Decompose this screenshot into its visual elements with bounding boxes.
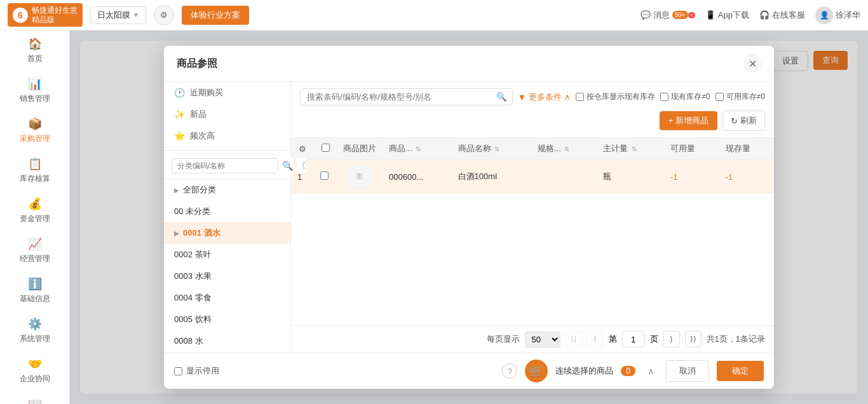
logo[interactable]: 6 畅捷通好生意 精品版 [8, 3, 83, 27]
cancel-button[interactable]: 取消 [666, 360, 709, 382]
basicinfo-icon: ℹ️ [28, 277, 42, 291]
inventory-icon: 📋 [28, 157, 42, 171]
logo-text: 畅捷通好生意 精品版 [32, 6, 78, 24]
sidebar-item-enterprise[interactable]: 🤝 企业协同 [0, 351, 69, 391]
td-checkbox[interactable] [314, 160, 337, 194]
sidebar-item-sales[interactable]: 📊 销售管理 [0, 71, 69, 111]
category-search-input[interactable] [172, 158, 278, 173]
cat-active-arrow-icon: ▶ [174, 230, 179, 237]
modal-close-button[interactable]: ✕ [743, 55, 761, 72]
online-service-btn[interactable]: 🎧 在线客服 [759, 10, 805, 21]
category-list: ▶ 全部分类 00 未分类 ▶ 0001 酒水 0002 茶 [164, 179, 290, 353]
checkbox-nonzero-input[interactable] [660, 93, 668, 101]
select-all-checkbox[interactable] [322, 144, 330, 152]
sidebar-item-purchase[interactable]: 📦 采购管理 [0, 111, 69, 151]
logo-icon: 6 [13, 8, 28, 23]
search-input-wrap: 🔍 [300, 88, 513, 105]
page-number-input[interactable] [622, 331, 645, 347]
product-search-input[interactable] [301, 89, 491, 105]
message-icon: 💬 [641, 10, 651, 20]
sidebar-item-inventory[interactable]: 📋 库存核算 [0, 151, 69, 191]
category-item-all[interactable]: ▶ 全部分类 [164, 179, 290, 201]
app-download-btn[interactable]: 📱 App下载 [705, 10, 749, 21]
row-checkbox[interactable] [320, 172, 329, 180]
page-unit-label: 页 [650, 333, 658, 345]
sidebar-item-system[interactable]: ⚙️ 系统管理 [0, 311, 69, 351]
tenant-selector[interactable]: 日太阳膜 ▼ [90, 6, 146, 24]
experience-btn[interactable]: 体验行业方案 [182, 6, 249, 25]
th-name[interactable]: 商品名称 ⇅ [452, 138, 531, 160]
quick-item-frequent[interactable]: ⭐ 频次高 [164, 125, 290, 147]
chevron-down-icon: ▼ [133, 11, 139, 18]
th-checkbox[interactable] [314, 138, 337, 160]
quick-item-recent[interactable]: 🕐 近期购买 [164, 82, 290, 104]
search-button[interactable]: 🔍 [491, 89, 512, 105]
sidebar-item-basicinfo[interactable]: ℹ️ 基础信息 [0, 271, 69, 311]
settings-icon[interactable]: ⚙ [154, 5, 174, 25]
show-disabled-input[interactable] [174, 367, 182, 375]
quick-item-new[interactable]: ✨ 新品 [164, 104, 290, 125]
quick-list: 🕐 近期购买 ✨ 新品 ⭐ 频次高 [164, 82, 290, 147]
messages-btn[interactable]: 💬 消息 99+ + [641, 10, 695, 21]
prev-page-btn[interactable]: ⟨ [587, 331, 604, 347]
modal-footer: 显示停用 ? 🛒 连续选择的商品 0 ∧ 取消 确定 [164, 353, 774, 389]
modal-title: 商品参照 [177, 57, 217, 71]
last-page-btn[interactable]: ⟩⟩ [685, 331, 702, 347]
category-item-6[interactable]: 0008 水 [164, 330, 290, 352]
sales-icon: 📊 [28, 77, 42, 91]
new-icon: ✨ [174, 109, 185, 119]
th-config[interactable]: ⚙ [291, 138, 314, 160]
enterprise-icon: 🤝 [28, 357, 42, 371]
phone-icon: 📱 [705, 10, 715, 20]
category-collapse-button[interactable]: 《 [297, 158, 306, 173]
headset-icon: 🎧 [759, 10, 770, 20]
checkbox-warehouse-stock[interactable]: 按仓库显示现有库存 [576, 91, 655, 102]
purchase-icon: 📦 [28, 117, 42, 131]
td-code: 000600... [383, 160, 452, 194]
toolbar-right: + 新增商品 ↻ 刷新 [660, 111, 765, 131]
page-size-select[interactable]: 50 10 20 100 [525, 332, 560, 347]
category-item-1[interactable]: ▶ 0001 酒水 [164, 222, 290, 244]
td-available: -1 [664, 160, 719, 194]
category-panel: 🕐 近期购买 ✨ 新品 ⭐ 频次高 [164, 82, 291, 353]
confirm-button[interactable]: 确定 [717, 361, 764, 381]
user-avatar-btn[interactable]: 👤 徐泽华 [815, 6, 860, 24]
checkbox-nonzero-stock[interactable]: 现有库存≠0 [660, 91, 710, 102]
category-item-0[interactable]: 00 未分类 [164, 201, 290, 222]
th-image: 商品图片 [337, 138, 383, 160]
page-label: 第 [609, 333, 617, 345]
add-product-btn[interactable]: + 新增商品 [660, 111, 717, 130]
table-row[interactable]: 1 图 000600... 白酒100ml 瓶 [291, 160, 774, 194]
category-item-3[interactable]: 0003 水果 [164, 266, 290, 287]
help-icon[interactable]: ? [502, 363, 517, 379]
continuous-select-label: 连续选择的商品 [555, 365, 613, 377]
category-item-7[interactable]: 0010 家电 [164, 352, 290, 353]
checkbox-warehouse-input[interactable] [576, 93, 584, 101]
th-spec[interactable]: 规格... ⇅ [531, 138, 597, 160]
cart-area[interactable]: 🛒 [525, 360, 548, 382]
sidebar-item-home[interactable]: 🏠 首页 [0, 30, 69, 71]
checkbox-available-stock[interactable]: 可用库存≠0 [715, 91, 765, 102]
guide-icon: 📖 [28, 397, 42, 404]
chevron-up-icon[interactable]: ∧ [643, 363, 658, 379]
th-code[interactable]: 商品... ⇅ [383, 138, 452, 160]
product-table: ⚙ 商品图片 商品... ⇅ 商品名称 [291, 138, 774, 194]
sidebar-item-guide[interactable]: 📖 新手引导 [0, 391, 69, 404]
sidebar-item-operation[interactable]: 📈 经营管理 [0, 231, 69, 271]
show-disabled-checkbox[interactable]: 显示停用 [174, 365, 219, 377]
category-item-2[interactable]: 0002 茶叶 [164, 244, 290, 266]
next-page-btn[interactable]: ⟩ [663, 331, 680, 347]
category-item-5[interactable]: 0005 饮料 [164, 309, 290, 330]
first-page-btn[interactable]: ⟨⟨ [566, 331, 582, 347]
more-filter-btn[interactable]: ▼ 更多条件 ∧ [518, 91, 571, 103]
category-item-4[interactable]: 0004 零食 [164, 287, 290, 309]
frequent-icon: ⭐ [174, 131, 185, 141]
sidebar-item-finance[interactable]: 💰 资金管理 [0, 191, 69, 231]
sort-icon-unit: ⇅ [632, 145, 637, 152]
cat-arrow-icon: ▶ [174, 187, 179, 194]
checkbox-available-input[interactable] [715, 93, 724, 101]
th-unit[interactable]: 主计量 ⇅ [597, 138, 664, 160]
home-icon: 🏠 [28, 37, 42, 51]
category-search-button[interactable]: 🔍 [282, 158, 293, 173]
refresh-btn[interactable]: ↻ 刷新 [722, 111, 765, 131]
